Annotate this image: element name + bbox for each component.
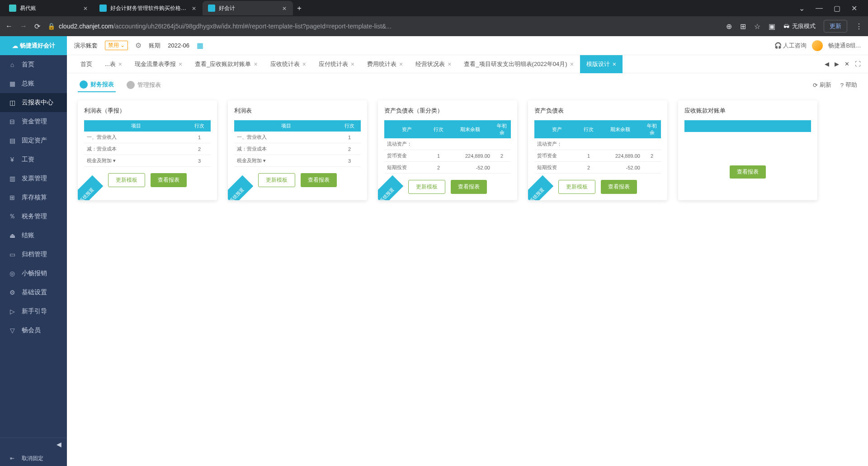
update-template-button[interactable]: 更新模板 <box>258 173 295 187</box>
browser-tab-active[interactable]: 好会计 ✕ <box>203 1 293 15</box>
sidebar-item-ledger[interactable]: ▦总账 <box>0 74 67 93</box>
close-icon[interactable]: × <box>254 61 257 68</box>
close-icon[interactable]: × <box>570 61 574 68</box>
app-tab-home[interactable]: 首页 <box>74 55 99 73</box>
close-icon[interactable]: × <box>399 61 403 68</box>
window-controls: ⌄ — ▢ ✕ <box>792 4 864 13</box>
app-tab[interactable]: 查看_应收账款对账单× <box>189 55 264 73</box>
logo: ☁ 畅捷通好会计 <box>0 36 67 55</box>
chevron-down-icon[interactable]: ⌄ <box>799 4 805 13</box>
close-icon[interactable]: × <box>118 61 122 68</box>
tabs-prev-icon[interactable]: ◀ <box>825 61 829 67</box>
app-tab[interactable]: 应收统计表× <box>264 55 312 73</box>
sidebar-item-invoice[interactable]: ▥发票管理 <box>0 169 67 188</box>
sidebar-item-close[interactable]: ⏏结账 <box>0 226 67 245</box>
close-icon[interactable]: × <box>613 61 616 68</box>
app-tab-active[interactable]: 模版设计× <box>580 55 623 73</box>
update-template-button[interactable]: 更新模板 <box>558 180 595 194</box>
tabs-next-icon[interactable]: ▶ <box>835 61 839 67</box>
maximize-icon[interactable]: ▢ <box>834 4 840 13</box>
app-tab[interactable]: ...表× <box>99 55 128 73</box>
close-icon[interactable]: × <box>179 61 182 68</box>
app-tab[interactable]: 费用统计表× <box>361 55 409 73</box>
account-name[interactable]: 演示账套 <box>74 42 98 50</box>
app-tab[interactable]: 应付统计表× <box>312 55 361 73</box>
extensions-icon[interactable]: ⊞ <box>740 22 746 31</box>
sidebar-item-reports[interactable]: ◫云报表中心 <box>0 93 67 112</box>
update-button[interactable]: 更新 <box>824 20 847 33</box>
gear-icon[interactable]: ⚙ <box>135 41 142 50</box>
app-tab[interactable]: 经营状况表× <box>409 55 458 73</box>
sidebar-item-member[interactable]: ▽畅会员 <box>0 321 67 340</box>
close-icon[interactable]: ✕ <box>282 5 288 11</box>
app-tab[interactable]: 现金流量表季报× <box>128 55 189 73</box>
card-actions: 更新模板 查看报表 <box>384 180 511 194</box>
bookmark-icon[interactable]: ▣ <box>769 22 775 31</box>
refresh-button[interactable]: ⟳ 刷新 <box>813 81 831 89</box>
sidebar-item-salary[interactable]: ¥工资 <box>0 150 67 169</box>
view-report-button[interactable]: 查看报表 <box>301 173 337 187</box>
zoom-icon[interactable]: ⊕ <box>726 22 732 31</box>
star-icon[interactable]: ☆ <box>754 22 760 31</box>
sidebar-item-label: 结账 <box>22 231 34 240</box>
app-tab[interactable]: 查看_项目研发支出明细表(2022年04月)× <box>458 55 580 73</box>
sub-tab-manage[interactable]: 管理报表 <box>125 78 163 92</box>
update-template-button[interactable]: 更新模板 <box>108 173 145 187</box>
cards-grid: 利润表（季报） 项目行次 一、营业收入1 减：营业成本2 税金及附加 ▾3 更新… <box>67 97 868 211</box>
close-icon[interactable]: ✕ <box>83 5 89 11</box>
sidebar-item-expense[interactable]: ◎小畅报销 <box>0 264 67 283</box>
sidebar-item-funds[interactable]: ⊟资金管理 <box>0 112 67 131</box>
close-window-icon[interactable]: ✕ <box>851 4 857 13</box>
close-icon[interactable]: ✕ <box>192 5 197 11</box>
mini-table: 资产行次期末余额年初余 流动资产： 货币资金1224,889.002 短期投资2… <box>384 120 511 174</box>
sidebar-item-home[interactable]: ⌂首页 <box>0 55 67 74</box>
incognito-icon: 🕶 <box>783 23 789 30</box>
sidebar-item-guide[interactable]: ▷新手引导 <box>0 302 67 321</box>
sidebar-item-archive[interactable]: ▭归档管理 <box>0 245 67 264</box>
forward-icon[interactable]: → <box>20 22 27 30</box>
sidebar-item-label: 发票管理 <box>22 174 47 183</box>
view-report-button[interactable]: 查看报表 <box>151 173 187 187</box>
tabs-close-all-icon[interactable]: ✕ <box>844 61 849 67</box>
fullscreen-icon[interactable]: ⛶ <box>855 61 861 67</box>
new-tab-button[interactable]: ＋ <box>293 2 306 14</box>
sidebar-item-tax[interactable]: ％税务管理 <box>0 207 67 226</box>
card-actions: 查看报表 <box>684 165 811 179</box>
sidebar-unpin[interactable]: ⇤ 取消固定 <box>0 451 67 466</box>
sub-tab-finance[interactable]: 财务报表 <box>78 78 116 92</box>
status-badge[interactable]: 禁用 ⌄ <box>105 41 128 50</box>
close-icon[interactable]: × <box>351 61 354 68</box>
browser-tab[interactable]: 好会计财务管理软件购买价格及... ✕ <box>94 1 203 15</box>
report-card: 应收账款对账单 查看报表 <box>678 100 817 200</box>
home-icon: ⌂ <box>8 61 16 69</box>
browser-tab[interactable]: 易代账 ✕ <box>4 1 94 15</box>
avatar[interactable] <box>812 40 823 51</box>
sidebar-item-settings[interactable]: ⚙基础设置 <box>0 283 67 302</box>
calendar-icon[interactable]: ▦ <box>197 41 203 50</box>
headset-icon: 🎧 <box>774 42 782 49</box>
reload-icon[interactable]: ⟳ <box>34 22 40 31</box>
view-report-button[interactable]: 查看报表 <box>601 180 637 194</box>
view-report-button[interactable]: 查看报表 <box>730 165 766 179</box>
period-value[interactable]: 2022-06 <box>168 42 189 49</box>
app-root: ☁ 畅捷通好会计 ⌂首页 ▦总账 ◫云报表中心 ⊟资金管理 ▤固定资产 ¥工资 … <box>0 36 868 466</box>
menu-icon[interactable]: ⋮ <box>855 22 863 31</box>
back-icon[interactable]: ← <box>5 22 13 30</box>
card-actions: 更新模板 查看报表 <box>84 173 211 187</box>
card-title: 资产负债表（重分类） <box>384 107 511 115</box>
support-link[interactable]: 🎧 人工咨询 <box>774 42 807 50</box>
update-template-button[interactable]: 更新模板 <box>408 180 445 194</box>
sidebar-item-assets[interactable]: ▤固定资产 <box>0 131 67 150</box>
help-button[interactable]: ? 帮助 <box>840 81 857 89</box>
box-icon: ⊞ <box>8 193 16 202</box>
sidebar-collapse-toggle[interactable]: ◀ <box>0 438 67 451</box>
url-bar[interactable]: 🔒 cloud2.chanjet.com/accounting/uh26t264… <box>47 23 719 30</box>
browser-tab-title: 易代账 <box>20 5 80 12</box>
sidebar-item-inventory[interactable]: ⊞库存核算 <box>0 188 67 207</box>
close-icon[interactable]: × <box>448 61 451 68</box>
user-name[interactable]: 畅捷通B组... <box>828 42 861 50</box>
minimize-icon[interactable]: — <box>816 4 823 12</box>
view-report-button[interactable]: 查看报表 <box>451 180 487 194</box>
book-icon: ▦ <box>8 80 16 88</box>
close-icon[interactable]: × <box>302 61 306 68</box>
